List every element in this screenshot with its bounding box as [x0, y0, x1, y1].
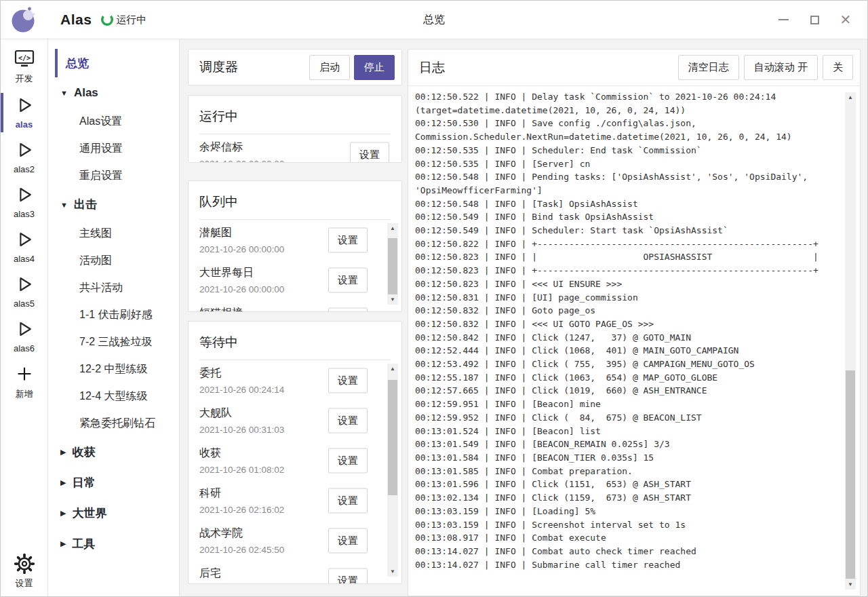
- task-row: 收获2021-10-26 01:08:02设置: [199, 440, 374, 480]
- log-line: 00:13:08.917 | INFO | Combat execute: [415, 531, 844, 545]
- task-settings-button[interactable]: 设置: [328, 267, 368, 292]
- nav-item-7-2 三战捡垃圾[interactable]: 7-2 三战捡垃圾: [48, 328, 179, 355]
- nav-item-12-4 大型练级[interactable]: 12-4 大型练级: [48, 383, 179, 410]
- task-settings-button[interactable]: 设置: [328, 307, 368, 312]
- task-row: 后宅2021-10-26 04:19:27设置: [199, 560, 374, 584]
- nav-item-出击[interactable]: ▼出击: [48, 189, 179, 220]
- log-line: 00:12:50.823 | INFO | | OPSIASHASSIST |: [415, 250, 844, 264]
- nav-menu: 总览▼AlasAlas设置通用设置重启设置▼出击主线图活动图共斗活动1-1 伏击…: [48, 39, 180, 596]
- nav-item-大世界[interactable]: ▶大世界: [48, 498, 179, 528]
- scroll-up-icon[interactable]: ▲: [387, 364, 398, 374]
- autoscroll-toggle-button[interactable]: 自动滚动 开: [744, 55, 818, 80]
- task-settings-button[interactable]: 设置: [328, 408, 368, 433]
- log-line: (target=datetime.datetime(2021, 10, 26, …: [415, 104, 844, 117]
- plus-icon: [14, 364, 35, 387]
- task-row: 大世界每日2021-10-26 00:00:00设置: [199, 260, 374, 300]
- rail-item-alas4[interactable]: alas4: [1, 225, 47, 269]
- app-name: Alas: [60, 12, 92, 28]
- rail-item-alas6[interactable]: alas6: [1, 314, 47, 359]
- scheduler-header-card: 调度器 启动 停止: [188, 49, 402, 85]
- scroll-down-icon[interactable]: ▼: [845, 579, 856, 590]
- rail-item-alas5[interactable]: alas5: [1, 269, 47, 314]
- nav-item-日常[interactable]: ▶日常: [48, 467, 179, 498]
- rail-item-settings[interactable]: 设置: [1, 550, 47, 596]
- log-line: 00:12:50.842 | INFO | Click (1247, 37) @…: [415, 331, 844, 345]
- maximize-button[interactable]: [804, 9, 825, 30]
- scheduler-stop-button[interactable]: 停止: [354, 55, 395, 80]
- log-line: 00:12:52.444 | INFO | Click (1068, 401) …: [415, 344, 844, 358]
- scroll-up-icon[interactable]: ▲: [845, 92, 856, 102]
- scroll-down-icon[interactable]: ▼: [387, 566, 398, 577]
- play-icon: [14, 140, 35, 163]
- log-line: 00:12:59.952 | INFO | Click ( 84, 675) @…: [415, 411, 844, 425]
- task-settings-button[interactable]: 设置: [328, 528, 368, 553]
- scrollbar-thumb[interactable]: [846, 370, 855, 579]
- log-line: 00:12:50.549 | INFO | Scheduler: Start t…: [415, 224, 844, 237]
- rail-item-alas2[interactable]: alas2: [1, 135, 47, 180]
- nav-item-工具[interactable]: ▶工具: [48, 528, 179, 559]
- minimize-button[interactable]: [772, 9, 794, 30]
- scroll-up-icon[interactable]: ▲: [387, 223, 398, 233]
- nav-item-主线图[interactable]: 主线图: [48, 220, 179, 247]
- log-line: 00:13:01.596 | INFO | Click (1151, 653) …: [415, 478, 844, 491]
- task-row: 委托2021-10-26 00:24:14设置: [199, 360, 374, 400]
- nav-item-重启设置[interactable]: 重启设置: [48, 162, 179, 189]
- task-settings-button[interactable]: 设置: [328, 488, 368, 513]
- log-line: 00:12:50.822 | INFO | +-----------------…: [415, 237, 844, 251]
- clear-log-button[interactable]: 清空日志: [678, 55, 739, 80]
- log-line: 00:13:03.159 | INFO | [Loading] 5%: [415, 505, 844, 518]
- rail-item-新增[interactable]: 新增: [1, 359, 47, 406]
- rail-spacer: [1, 406, 47, 550]
- nav-item-共斗活动[interactable]: 共斗活动: [48, 274, 179, 301]
- task-settings-button[interactable]: 设置: [328, 227, 368, 252]
- nav-item-紧急委托刷钻石[interactable]: 紧急委托刷钻石: [48, 410, 179, 437]
- waiting-scrollbar[interactable]: ▲ ▼: [387, 364, 398, 577]
- app-logo-icon: [9, 5, 39, 35]
- titlebar: Alas 运行中 总览 ✕: [1, 1, 867, 39]
- close-button[interactable]: ✕: [835, 9, 856, 30]
- status-text: 运行中: [116, 14, 146, 26]
- scrollbar-thumb[interactable]: [388, 238, 397, 301]
- task-settings-button[interactable]: 设置: [350, 142, 389, 163]
- nav-item-1-1 伏击刷好感[interactable]: 1-1 伏击刷好感: [48, 301, 179, 328]
- nav-item-总览[interactable]: 总览: [55, 49, 179, 77]
- nav-item-通用设置[interactable]: 通用设置: [48, 135, 179, 162]
- nav-item-Alas[interactable]: ▼Alas: [48, 77, 179, 108]
- nav-item-活动图[interactable]: 活动图: [48, 247, 179, 274]
- play-icon: [14, 274, 35, 297]
- log-off-button[interactable]: 关: [823, 55, 853, 80]
- rail-item-开发[interactable]: </>开发: [1, 45, 47, 90]
- log-line: 00:12:57.665 | INFO | Click (1019, 660) …: [415, 384, 844, 398]
- task-row: 大舰队2021-10-26 00:31:03设置: [199, 400, 374, 440]
- task-row: 战术学院2021-10-26 02:45:50设置: [199, 520, 374, 560]
- scheduler-status: 运行中: [100, 12, 146, 27]
- log-line: 00:12:50.832 | INFO | Goto page_os: [415, 304, 844, 317]
- nav-item-12-2 中型练级[interactable]: 12-2 中型练级: [48, 355, 179, 383]
- rail-item-alas3[interactable]: alas3: [1, 180, 47, 225]
- rail-item-alas[interactable]: alas: [1, 90, 47, 135]
- task-row: 科研2021-10-26 02:16:02设置: [199, 480, 374, 520]
- log-line: 00:13:14.027 | INFO | Combat auto check …: [415, 545, 844, 558]
- rail-settings-label: 设置: [16, 577, 33, 590]
- log-scrollbar[interactable]: ▲ ▼: [845, 92, 856, 590]
- nav-item-Alas设置[interactable]: Alas设置: [48, 108, 179, 135]
- log-title: 日志: [419, 59, 445, 77]
- waiting-section: 等待中 委托2021-10-26 00:24:14设置大舰队2021-10-26…: [188, 321, 402, 584]
- nav-item-收获[interactable]: ▶收获: [48, 437, 179, 467]
- rail-item-label: alas4: [14, 254, 35, 264]
- log-line: 00:13:01.585 | INFO | Combat preparation…: [415, 465, 844, 478]
- scrollbar-thumb[interactable]: [388, 380, 397, 495]
- log-line: 00:12:50.549 | INFO | Bind task OpsiAshA…: [415, 210, 844, 224]
- play-icon: [14, 319, 35, 342]
- log-line: 00:12:53.492 | INFO | Click ( 755, 395) …: [415, 358, 844, 371]
- pending-scrollbar[interactable]: ▲ ▼: [387, 223, 398, 305]
- task-settings-button[interactable]: 设置: [328, 368, 368, 393]
- task-settings-button[interactable]: 设置: [328, 568, 368, 584]
- chevron-down-icon: ▼: [60, 201, 68, 209]
- rail-item-label: 开发: [16, 73, 33, 85]
- task-settings-button[interactable]: 设置: [328, 448, 368, 473]
- scroll-down-icon[interactable]: ▼: [387, 294, 398, 305]
- log-line: 00:12:50.548 | INFO | Pending tasks: ['O…: [415, 170, 844, 184]
- rail-item-label: alas3: [14, 209, 35, 219]
- scheduler-start-button[interactable]: 启动: [309, 55, 350, 80]
